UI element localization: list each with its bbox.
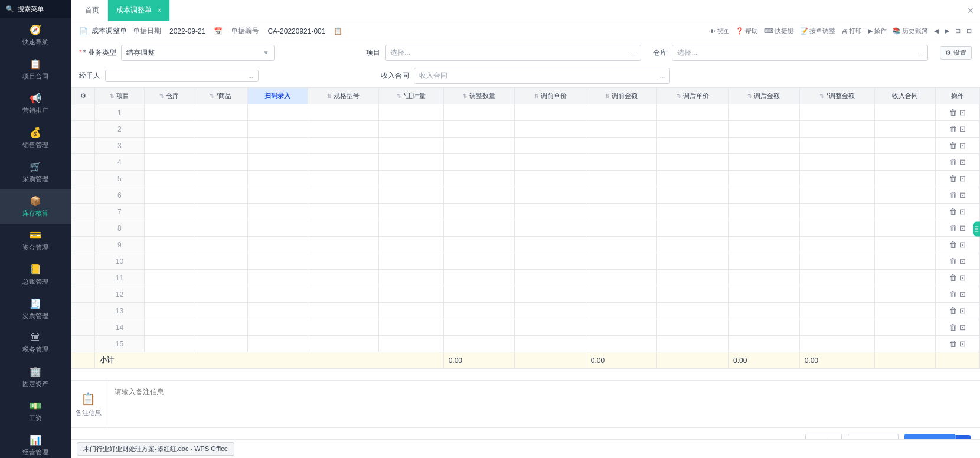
row-adj-qty-2[interactable]: [443, 121, 515, 138]
row-copy-icon-12[interactable]: ⊡: [959, 290, 966, 299]
row-scan-8[interactable]: [247, 220, 308, 237]
row-scan-13[interactable]: [247, 303, 308, 319]
row-after-price-6[interactable]: [657, 187, 729, 204]
row-adj-qty-14[interactable]: [443, 319, 515, 336]
row-warehouse-2[interactable]: [144, 121, 194, 138]
row-after-amount-3[interactable]: [729, 138, 800, 154]
row-before-price-6[interactable]: [515, 187, 586, 204]
sidebar-search[interactable]: 🔍 搜索菜单: [0, 0, 71, 18]
shortcut-action[interactable]: ⌨ 快捷键: [764, 27, 794, 35]
row-adj-qty-4[interactable]: [443, 154, 515, 171]
row-adj-qty-7[interactable]: [443, 204, 515, 220]
row-after-price-5[interactable]: [657, 171, 729, 187]
row-warehouse-13[interactable]: [144, 303, 194, 319]
row-delete-icon-11[interactable]: 🗑: [949, 273, 957, 282]
row-scan-15[interactable]: [247, 336, 308, 352]
row-before-price-11[interactable]: [515, 270, 586, 286]
row-spec-8[interactable]: [308, 220, 379, 237]
row-spec-9[interactable]: [308, 237, 379, 253]
row-before-price-13[interactable]: [515, 303, 586, 319]
row-adj-qty-3[interactable]: [443, 138, 515, 154]
row-before-amount-7[interactable]: [586, 204, 657, 220]
row-copy-icon-6[interactable]: ⊡: [959, 191, 966, 199]
sidebar-item-purchase[interactable]: 🛒采购管理: [0, 155, 71, 189]
row-after-amount-12[interactable]: [729, 286, 800, 303]
sidebar-item-project-contract[interactable]: 📋项目合同: [0, 53, 71, 87]
row-after-price-10[interactable]: [657, 253, 729, 270]
row-income-contract-15[interactable]: [875, 336, 935, 352]
row-before-price-4[interactable]: [515, 154, 586, 171]
row-after-amount-13[interactable]: [729, 303, 800, 319]
notes-input[interactable]: [106, 381, 980, 427]
row-income-contract-1[interactable]: [875, 104, 935, 121]
sidebar-item-operations[interactable]: 📊经营管理: [0, 428, 71, 458]
row-before-amount-10[interactable]: [586, 253, 657, 270]
warehouse-input[interactable]: 选择... ···: [672, 45, 928, 61]
sidebar-item-fixed-assets[interactable]: 🏢固定资产: [0, 360, 71, 394]
row-goods-9[interactable]: [194, 237, 247, 253]
row-after-price-3[interactable]: [657, 138, 729, 154]
row-spec-4[interactable]: [308, 154, 379, 171]
row-scan-6[interactable]: [247, 187, 308, 204]
row-unit-6[interactable]: [379, 187, 443, 204]
operation-action[interactable]: ▶ 操作: [868, 27, 887, 35]
sidebar-item-tax[interactable]: 🏛税务管理: [0, 326, 71, 360]
row-goods-10[interactable]: [194, 253, 247, 270]
income-contract-input[interactable]: 收入合同 ...: [414, 68, 671, 84]
row-after-amount-10[interactable]: [729, 253, 800, 270]
row-warehouse-12[interactable]: [144, 286, 194, 303]
row-unit-7[interactable]: [379, 204, 443, 220]
col-scan[interactable]: 扫码录入: [247, 88, 308, 104]
help-action[interactable]: ❓ 帮助: [736, 27, 758, 35]
nav-prev-icon[interactable]: ◀: [934, 27, 939, 35]
row-adj-amount-14[interactable]: [799, 319, 875, 336]
row-after-amount-7[interactable]: [729, 204, 800, 220]
row-after-amount-6[interactable]: [729, 187, 800, 204]
row-adj-amount-10[interactable]: [799, 253, 875, 270]
row-delete-icon-9[interactable]: 🗑: [949, 240, 957, 249]
business-type-input[interactable]: 结存调整 ▼: [121, 45, 275, 61]
sidebar-item-marketing[interactable]: 📢营销推广: [0, 87, 71, 121]
right-indicator[interactable]: [973, 222, 980, 237]
row-adj-amount-12[interactable]: [799, 286, 875, 303]
row-after-amount-5[interactable]: [729, 171, 800, 187]
settings-button[interactable]: ⚙ 设置: [940, 46, 972, 60]
row-goods-1[interactable]: [194, 104, 247, 121]
calendar-icon[interactable]: 📅: [214, 27, 223, 35]
sidebar-item-finance[interactable]: 💳资金管理: [0, 224, 71, 258]
tab-home[interactable]: 首页: [77, 0, 108, 21]
row-before-price-2[interactable]: [515, 121, 586, 138]
row-goods-12[interactable]: [194, 286, 247, 303]
row-delete-icon-4[interactable]: 🗑: [949, 158, 957, 166]
row-income-contract-7[interactable]: [875, 204, 935, 220]
row-after-amount-2[interactable]: [729, 121, 800, 138]
row-warehouse-5[interactable]: [144, 171, 194, 187]
batch-edit-action[interactable]: 📝 按单调整: [800, 27, 835, 35]
row-goods-4[interactable]: [194, 154, 247, 171]
row-spec-10[interactable]: [308, 253, 379, 270]
sidebar-item-payroll[interactable]: 💵工资: [0, 394, 71, 428]
row-delete-icon-15[interactable]: 🗑: [949, 339, 957, 348]
row-scan-5[interactable]: [247, 171, 308, 187]
row-spec-13[interactable]: [308, 303, 379, 319]
row-goods-6[interactable]: [194, 187, 247, 204]
row-spec-2[interactable]: [308, 121, 379, 138]
nav-next-icon[interactable]: ▶: [945, 27, 949, 35]
row-after-amount-11[interactable]: [729, 270, 800, 286]
row-copy-icon-13[interactable]: ⊡: [959, 306, 966, 315]
row-copy-icon-2[interactable]: ⊡: [959, 125, 966, 133]
row-unit-14[interactable]: [379, 319, 443, 336]
row-unit-5[interactable]: [379, 171, 443, 187]
taskbar-item[interactable]: 木门行业好业财处理方案-墨红红.doc - WPS Office: [77, 442, 234, 456]
row-after-price-14[interactable]: [657, 319, 729, 336]
row-delete-icon-6[interactable]: 🗑: [949, 191, 957, 199]
row-goods-13[interactable]: [194, 303, 247, 319]
row-before-amount-13[interactable]: [586, 303, 657, 319]
row-warehouse-14[interactable]: [144, 319, 194, 336]
tab-cost-adjustment[interactable]: 成本调整单×: [108, 0, 170, 21]
row-before-price-5[interactable]: [515, 171, 586, 187]
row-copy-icon-7[interactable]: ⊡: [959, 207, 966, 216]
sidebar-item-quick-nav[interactable]: 🧭快速导航: [0, 18, 71, 53]
row-income-contract-12[interactable]: [875, 286, 935, 303]
row-unit-15[interactable]: [379, 336, 443, 352]
